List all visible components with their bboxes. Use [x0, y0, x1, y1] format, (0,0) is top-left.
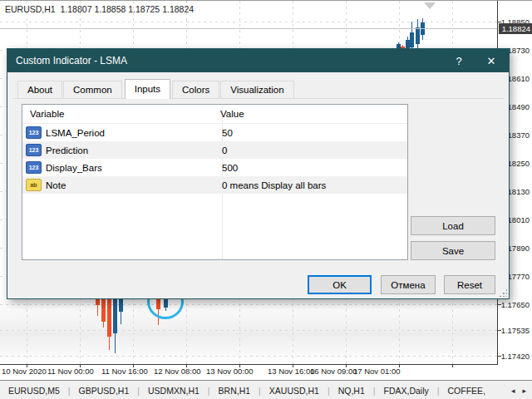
- tab-scroll-arrows: ◂ ▸: [511, 387, 532, 395]
- time-axis-label: 13 Nov 00:00: [206, 367, 254, 376]
- time-axis-label: 10 Nov 2020: [2, 367, 47, 376]
- chart-tab-eurusd-m5[interactable]: EURUSD,M5: [0, 386, 68, 396]
- time-axis-label: 13 Nov 16:00: [268, 367, 315, 376]
- chart-tab-usdmxn-h1[interactable]: USDMXN,H1: [140, 386, 208, 396]
- chart-tab-coffee[interactable]: COFFEE,: [440, 386, 495, 396]
- table-row[interactable]: abNote0 means Display all bars: [22, 176, 407, 194]
- close-icon[interactable]: ✕: [474, 55, 509, 67]
- column-header-value[interactable]: Value: [214, 109, 244, 119]
- dialog-tabs: AboutCommonInputsColorsVisualization: [17, 79, 295, 98]
- help-button[interactable]: ?: [444, 55, 474, 67]
- number-type-icon: 123: [26, 161, 42, 174]
- chart-tab-brn-h1[interactable]: BRN,H1: [210, 386, 259, 396]
- table-row[interactable]: 123LSMA_Period50: [22, 124, 407, 141]
- variable-value[interactable]: 0: [216, 145, 227, 155]
- dialog-titlebar[interactable]: Custom Indicator - LSMA ? ✕: [7, 49, 509, 72]
- table-header: Variable Value: [22, 105, 407, 124]
- tab-inputs[interactable]: Inputs: [125, 79, 170, 99]
- table-row[interactable]: 123Display_Bars500: [22, 159, 407, 176]
- candle-body: [410, 32, 414, 47]
- chart-tab-gbpusd-h1[interactable]: GBPUSD,H1: [71, 386, 138, 396]
- candle-body: [113, 293, 117, 333]
- scroll-right-icon[interactable]: ▸: [522, 387, 526, 395]
- time-axis-label: 16 Nov 09:00: [310, 367, 357, 376]
- scroll-left-icon[interactable]: ◂: [511, 387, 515, 395]
- price-axis-label: 1.17535: [501, 326, 530, 335]
- number-type-icon: 123: [26, 144, 42, 156]
- bid-price-line: [0, 28, 497, 29]
- symbol-quote-line: EURUSD,H1 1.18807 1.18858 1.18725 1.1882…: [5, 4, 194, 14]
- reset-button[interactable]: Reset: [444, 275, 495, 294]
- variable-name: Prediction: [46, 145, 216, 155]
- scroll-position-triangle-icon: [424, 2, 436, 9]
- time-axis-label: 11 Nov 16:00: [101, 367, 148, 376]
- time-axis-tick: [452, 365, 453, 367]
- text-type-icon: ab: [26, 179, 42, 191]
- number-type-icon: 123: [26, 126, 42, 139]
- tab-colors[interactable]: Colors: [172, 81, 219, 98]
- chart-frame-bottom: [0, 364, 498, 365]
- load-button[interactable]: Load: [411, 216, 495, 235]
- tab-common[interactable]: Common: [63, 81, 122, 98]
- table-row[interactable]: 123Prediction0: [22, 141, 407, 159]
- price-axis-label: 1.17420: [501, 352, 530, 361]
- variable-value[interactable]: 500: [216, 163, 238, 173]
- variable-value[interactable]: 0 means Display all bars: [216, 180, 326, 190]
- cancel-button[interactable]: Отмена: [381, 275, 436, 294]
- grid-line-horizontal: [0, 304, 497, 305]
- time-axis-label: 17 Nov 01:00: [353, 367, 401, 376]
- inputs-table[interactable]: Variable Value 123LSMA_Period50123Predic…: [22, 104, 408, 260]
- tab-visualization[interactable]: Visualization: [220, 81, 293, 98]
- column-header-variable[interactable]: Variable: [22, 109, 214, 119]
- variable-name: Display_Bars: [46, 163, 216, 173]
- variable-name: LSMA_Period: [46, 128, 216, 138]
- time-axis-label: 12 Nov 08:00: [154, 367, 201, 376]
- current-price-badge: 1.18824: [499, 23, 532, 34]
- tab-baseline: [12, 98, 504, 99]
- grid-line-horizontal: [0, 356, 497, 357]
- chart-tab-bar: EURUSD,M5|GBPUSD,H1|USDMXN,H1|BRN,H1|XAU…: [0, 380, 532, 399]
- ok-button[interactable]: OK: [308, 275, 372, 294]
- dialog-title: Custom Indicator - LSMA: [7, 55, 444, 66]
- resize-grip[interactable]: [499, 288, 507, 297]
- chart-tab-fdax-daily[interactable]: FDAX,Daily: [376, 386, 437, 396]
- tab-about[interactable]: About: [17, 81, 62, 98]
- price-axis-label: 1.17650: [501, 300, 530, 309]
- variable-name: Note: [46, 180, 216, 190]
- time-axis-label: 11 Nov 00:00: [47, 367, 94, 376]
- save-button[interactable]: Save: [411, 241, 495, 260]
- chart-gradient-band: [0, 298, 497, 364]
- grid-line-horizontal: [0, 330, 497, 331]
- mt5-window: EURUSD,H1 1.18807 1.18858 1.18725 1.1882…: [0, 0, 532, 399]
- chart-tab-xauusd-h1[interactable]: XAUUSD,H1: [261, 386, 328, 396]
- chart-tab-nq-h1[interactable]: NQ,H1: [330, 386, 373, 396]
- candle-body: [416, 27, 420, 44]
- variable-value[interactable]: 50: [216, 128, 233, 138]
- custom-indicator-dialog: Custom Indicator - LSMA ? ✕ AboutCommonI…: [7, 48, 510, 299]
